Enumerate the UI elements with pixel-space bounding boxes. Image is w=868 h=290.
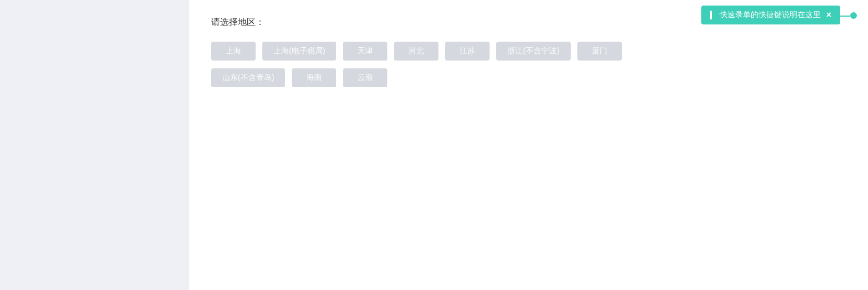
region-row-2: 山东(不含青岛)海南云南: [211, 68, 846, 87]
region-btn-xiamen[interactable]: 厦门: [577, 42, 622, 61]
tooltip-banner: 快速录单的快捷键说明在这里 ×: [701, 6, 840, 24]
region-btn-hainan[interactable]: 海南: [292, 68, 336, 87]
region-btn-shanghai[interactable]: 上海: [211, 42, 256, 61]
main-content: 请选择地区： 上海上海(电子税局)天津河北江苏浙江(不含宁波)厦门 山东(不含青…: [189, 0, 868, 290]
region-btn-jiangsu[interactable]: 江苏: [445, 42, 490, 61]
region-btn-tianjin[interactable]: 天津: [343, 42, 387, 61]
region-btn-shandong[interactable]: 山东(不含青岛): [211, 68, 285, 87]
region-btn-yunnan[interactable]: 云南: [343, 68, 387, 87]
region-row-1: 上海上海(电子税局)天津河北江苏浙江(不含宁波)厦门: [211, 42, 846, 61]
tooltip-connector-line: [839, 16, 850, 17]
region-btn-hebei[interactable]: 河北: [394, 42, 438, 61]
tooltip-text: 快速录单的快捷键说明在这里: [720, 10, 821, 20]
region-btn-shanghai-etax[interactable]: 上海(电子税局): [262, 42, 336, 61]
sidebar: [0, 0, 189, 290]
tooltip-indicator-dot: [850, 12, 857, 19]
region-btn-zhejiang[interactable]: 浙江(不含宁波): [496, 42, 570, 61]
tooltip-close-button[interactable]: ×: [826, 11, 831, 19]
